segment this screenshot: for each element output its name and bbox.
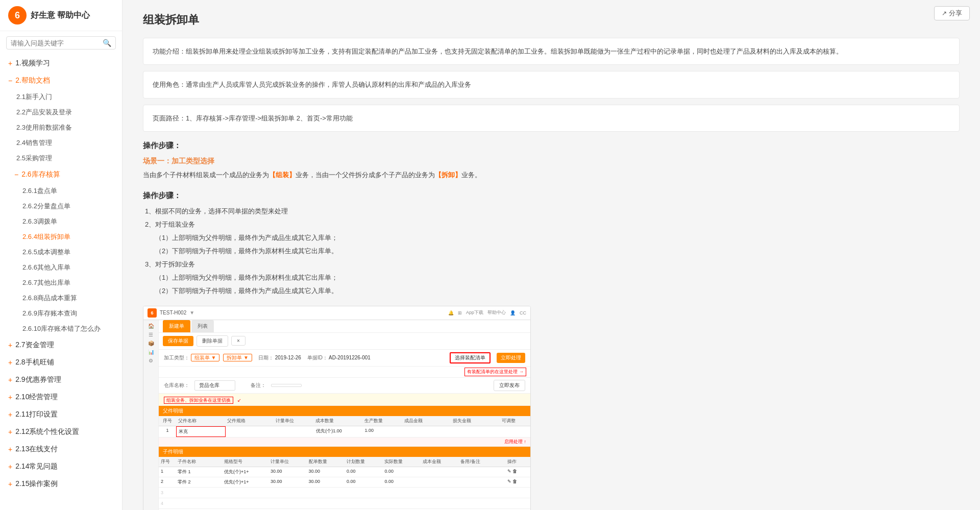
- sim-nav-icon-warehouse: 📦: [148, 341, 154, 346]
- sim-row1-unit: [275, 426, 314, 437]
- sidebar-item-2-6-3[interactable]: 2.6.3调拨单: [0, 214, 122, 229]
- sim-delete-btn[interactable]: 删除单据: [197, 335, 228, 347]
- sidebar-item-2-15[interactable]: + 2.15操作案例: [0, 475, 122, 493]
- sim-col-amount: 成品金额: [402, 416, 451, 426]
- sim-field-date: 日期： 2019-12-26: [258, 354, 301, 361]
- sim-child-col-unit: 计量单位: [268, 457, 306, 467]
- steps-title: 操作步骤：: [143, 191, 960, 201]
- sim-parent-table-header: 序号 父件名称 父件规格 计量单位 成本数量 生产数量 成品金额 损失金额 可调…: [159, 416, 530, 426]
- sidebar-item-2-6-6[interactable]: 2.6.6其他入库单: [0, 260, 122, 275]
- search-icon[interactable]: 🔍: [103, 39, 111, 47]
- sidebar-item-2-4[interactable]: 2.4销售管理: [0, 135, 122, 151]
- search-input[interactable]: [11, 39, 103, 47]
- expand-icon: +: [8, 59, 12, 67]
- sim-child-r2-spec: 优先(个)+1+: [222, 477, 268, 487]
- sim-type-select2[interactable]: 拆卸单 ▼: [223, 354, 252, 361]
- sidebar-item-2-9[interactable]: + 2.9优惠券管理: [0, 371, 122, 388]
- sim-col-adjust: 可调整: [500, 416, 530, 426]
- sim-select-bom-btn[interactable]: 选择装配清单: [450, 352, 491, 363]
- expand-icon: +: [8, 410, 12, 419]
- sim-warehouse-input[interactable]: 货品仓库: [194, 380, 235, 391]
- sidebar-item-2-6-8[interactable]: 2.6.8商品成本重算: [0, 290, 122, 306]
- sidebar-item-doc[interactable]: − 2.帮助文档: [0, 72, 122, 89]
- sidebar-item-2-5[interactable]: 2.5采购管理: [0, 151, 122, 166]
- sim-nav-icon-home: 🏠: [148, 323, 154, 329]
- share-label: 分享: [949, 9, 962, 18]
- sidebar-item-2-6-4[interactable]: 2.6.4组装拆卸单: [0, 229, 122, 245]
- sidebar-item-2-12[interactable]: + 2.12系统个性化设置: [0, 423, 122, 441]
- sim-nav-icon-chart: 📊: [148, 349, 154, 355]
- sim-child-col-plan: 计划数量: [345, 457, 382, 467]
- sidebar-item-2-8[interactable]: + 2.8手机旺铺: [0, 354, 122, 371]
- sim-child-col-op: 操作: [505, 457, 531, 467]
- expand-icon: +: [8, 480, 12, 488]
- expand-icon: +: [8, 393, 12, 401]
- sidebar-nav: + 1.视频学习 − 2.帮助文档 2.1新手入门 2.2产品安装及登录 2.3…: [0, 55, 122, 510]
- sim-row1-spec: [226, 426, 274, 437]
- expand-icon: +: [8, 358, 12, 367]
- sim-toolbar: 保存单据 删除单据 ×: [159, 333, 530, 350]
- sim-child-row-3: 3: [159, 488, 530, 498]
- sim-row1-loss: [451, 426, 500, 437]
- sidebar-item-2-3[interactable]: 2.3使用前数据准备: [0, 120, 122, 135]
- sim-id-value: AD-20191226-001: [329, 355, 371, 360]
- sim-form-area: 新建单 列表 保存单据 删除单据 × 加工类型：: [159, 320, 530, 510]
- sidebar-item-video[interactable]: + 1.视频学习: [0, 55, 122, 72]
- sidebar-item-2-11[interactable]: + 2.11打印设置: [0, 406, 122, 423]
- screenshot-inner: 6 TEST-H002 ▼ 🔔 ⊞ App下载 帮助中心 👤 CC: [143, 306, 530, 510]
- sidebar-item-2-6[interactable]: − 2.6库存核算: [0, 166, 122, 183]
- sim-add-row-btn[interactable]: 立即发布: [494, 380, 525, 391]
- sim-nav-icons: 🔔 ⊞ App下载 帮助中心 👤 CC: [448, 309, 526, 316]
- sim-side-icons: 🏠 ☰ 📦 📊 ⚙: [143, 320, 159, 510]
- sim-child-r2-op[interactable]: ✎ 🗑: [505, 477, 531, 487]
- sim-app-id: TEST-H002: [160, 310, 186, 315]
- sidebar-item-2-7[interactable]: + 2.7资金管理: [0, 336, 122, 354]
- search-box[interactable]: 🔍: [6, 36, 116, 50]
- sidebar-item-label: 1.视频学习: [15, 59, 50, 68]
- sim-icon-user: 👤: [510, 310, 516, 315]
- sim-row1-adjust: [500, 426, 530, 437]
- sidebar-item-2-6-1[interactable]: 2.6.1盘点单: [0, 183, 122, 199]
- share-button[interactable]: ↗ 分享: [934, 6, 970, 20]
- sim-child-r1-bom: 30.00: [307, 467, 345, 477]
- sidebar-item-2-6-7[interactable]: 2.6.7其他出库单: [0, 275, 122, 290]
- sidebar-item-2-6-10[interactable]: 2.6.10库存账本错了怎么办: [0, 321, 122, 336]
- sim-close-btn[interactable]: ×: [231, 336, 246, 346]
- sidebar-item-2-6-9[interactable]: 2.6.9库存账本查询: [0, 306, 122, 321]
- sim-child-r2-name: 零件 2: [176, 477, 222, 487]
- sidebar-item-2-6-2[interactable]: 2.6.2分量盘点单: [0, 199, 122, 214]
- expand-icon: +: [8, 376, 12, 384]
- main-area: ↗ 分享 组装拆卸单 功能介绍：组装拆卸单用来处理企业组装或拆卸等加工业务，支持…: [122, 0, 980, 510]
- sidebar-item-label: 2.12系统个性化设置: [15, 427, 79, 436]
- sidebar-item-2-14[interactable]: + 2.14常见问题: [0, 458, 122, 475]
- sidebar-item-2-13[interactable]: + 2.13在线支付: [0, 441, 122, 458]
- function-intro-text: 功能介绍：组装拆卸单用来处理企业组装或拆卸等加工业务，支持有固定装配清单的产品加…: [153, 47, 843, 55]
- content-area: 组装拆卸单 功能介绍：组装拆卸单用来处理企业组装或拆卸等加工业务，支持有固定装配…: [122, 0, 980, 510]
- sim-row1-amount: [402, 426, 451, 437]
- sim-tab-bar: 新建单 列表: [159, 320, 530, 333]
- sim-icon-apps: ⊞: [458, 310, 462, 315]
- app-title: 好生意 帮助中心: [31, 10, 90, 21]
- sim-child-r3-empty: 3: [159, 488, 530, 498]
- sim-child-table-header: 序号 子件名称 规格型号 计量单位 配单数量 计划数量 实际数量 成本金额 备用…: [159, 457, 530, 467]
- sim-col-loss: 损失金额: [451, 416, 499, 426]
- sim-process-btn[interactable]: 立即处理: [497, 353, 525, 363]
- sim-save-btn[interactable]: 保存单据: [163, 336, 193, 346]
- sim-type-select[interactable]: 组装单 ▼: [191, 354, 220, 361]
- sim-row1-prod-qty: 1.00: [363, 426, 403, 437]
- sidebar-item-2-6-5[interactable]: 2.6.5成本调整单: [0, 245, 122, 260]
- sidebar-item-2-1[interactable]: 2.1新手入门: [0, 89, 122, 105]
- sim-annotation-1: 有装配清单的在这里处理 →: [159, 367, 530, 378]
- sim-tab-new[interactable]: 新建单: [163, 320, 190, 332]
- sim-row1-cost-qty: 优先(个)1.00: [314, 426, 362, 437]
- sim-annotation-1-container: 选择装配清单: [450, 352, 491, 363]
- scene1-title: 场景一：加工类型选择: [143, 157, 960, 166]
- sim-field-id: 单据ID： AD-20191226-001: [307, 354, 371, 361]
- sim-child-r1-op[interactable]: ✎ 🗑: [505, 467, 531, 477]
- sim-child-r1-seq: 1: [159, 467, 176, 477]
- sim-tab-list[interactable]: 列表: [191, 320, 214, 332]
- sidebar-item-2-2[interactable]: 2.2产品安装及登录: [0, 105, 122, 120]
- sim-remark-input[interactable]: [271, 384, 302, 387]
- sim-row1-name[interactable]: 米克: [176, 426, 226, 437]
- sidebar-item-2-10[interactable]: + 2.10经营管理: [0, 388, 122, 406]
